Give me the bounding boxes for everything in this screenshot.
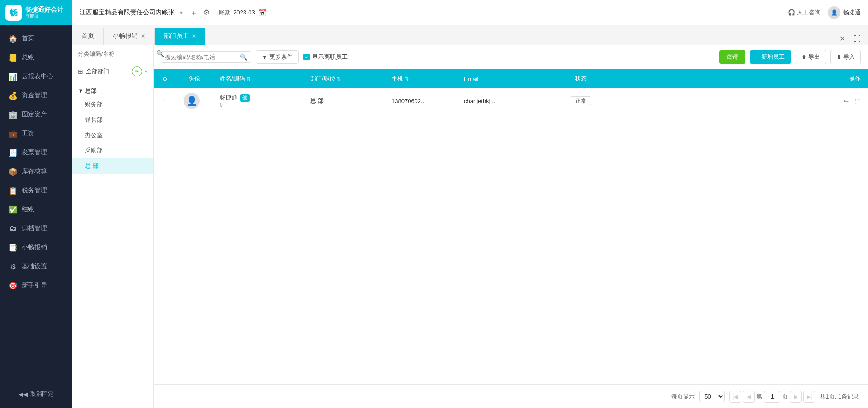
sidebar-item-guide-label: 新手引导 [22,281,47,289]
dept-collapse-icon[interactable]: « [145,68,148,75]
tab-expense[interactable]: 小畅报销 ✕ [104,28,155,45]
pagination-bar: 每页显示 50 10 20 100 |◀ ◀ 第 页 ▶ ▶| 共1页, 1条记… [154,384,868,408]
employee-search-icon[interactable]: 🔍 [240,53,247,61]
settings-icon: ⚙ [9,262,17,270]
invite-button[interactable]: 邀请 [719,50,745,64]
sidebar-item-assets[interactable]: 🏢 固定资产 [0,105,72,124]
dept-item-general[interactable]: 总 部 [72,158,153,174]
dept-search-input[interactable] [78,50,154,57]
dept-group-headquarter[interactable]: ▼ 总部 [72,85,153,97]
filter-icon: ▼ [262,54,268,61]
dept-badge: 部 [240,94,250,102]
close-accounts-icon: ✅ [9,205,17,213]
add-employee-button[interactable]: + 新增员工 [750,50,791,64]
guide-icon: 🎯 [9,281,17,289]
page-first-button[interactable]: |◀ [729,391,741,403]
dept-item-finance[interactable]: 财务部 [72,97,153,112]
sidebar-item-guide[interactable]: 🎯 新手引导 [0,276,72,295]
dept-item-office[interactable]: 办公室 [72,128,153,143]
sidebar-bottom: ◀◀ 取消固定 [0,380,72,408]
settings-button[interactable]: ⚙ [203,8,210,17]
col-dept[interactable]: 部门/职位 [303,69,384,88]
tabbar-actions: ✕ ⛶ [832,33,868,45]
edit-employee-button[interactable]: ✏ [844,97,850,105]
user-menu[interactable]: 👤 畅捷通 [828,6,861,19]
employee-search-box: 🔍 [161,51,251,63]
import-button[interactable]: ⬇ 导入 [830,50,861,64]
col-email: Email [457,69,547,88]
sidebar-item-ledger[interactable]: 📒 总账 [0,48,72,67]
employee-search-input[interactable] [165,54,237,61]
show-resigned-checkbox[interactable]: ✓ [303,54,310,60]
row-phone: 138070602... [384,88,457,114]
page-input[interactable] [764,391,780,403]
sidebar-item-invoice[interactable]: 🧾 发票管理 [0,143,72,162]
sidebar-item-settings[interactable]: ⚙ 基础设置 [0,257,72,276]
sidebar-item-reports[interactable]: 📊 云报表中心 [0,67,72,86]
sidebar-item-archive[interactable]: 🗂 归档管理 [0,219,72,238]
filter-label: 更多条件 [269,53,293,61]
sidebar-item-funds[interactable]: 💰 资金管理 [0,86,72,105]
sidebar-item-tax-label: 税务管理 [22,186,47,195]
sidebar-item-close[interactable]: ✅ 结账 [0,200,72,219]
sidebar-item-expense[interactable]: 📑 小畅报销 [0,238,72,257]
cancel-fixed-button[interactable]: ◀◀ 取消固定 [0,385,72,403]
tab-expense-label: 小畅报销 [113,32,138,40]
per-page-label: 每页显示 [671,393,695,401]
col-action: 操作 [615,69,868,88]
app-logo-text: 畅捷通好会计 旗舰版 [25,6,63,20]
maximize-tab-button[interactable]: ⛶ [852,33,863,45]
page-di-label: 第 [756,393,762,401]
tab-expense-close[interactable]: ✕ [141,33,145,39]
calendar-icon[interactable]: 📅 [258,8,267,17]
row-status: 正常 [547,88,615,114]
dept-item-sales[interactable]: 销售部 [72,112,153,128]
add-company-button[interactable]: ＋ [190,7,198,18]
col-gear[interactable]: ⚙ [154,69,176,88]
per-page-select[interactable]: 50 10 20 100 [699,391,725,402]
page-last-button[interactable]: ▶| [803,391,815,403]
reports-icon: 📊 [9,72,17,81]
tab-department-close[interactable]: ✕ [192,33,196,39]
sidebar-item-tax[interactable]: 📋 税务管理 [0,181,72,200]
export-icon: ⬆ [802,54,807,61]
payroll-icon: 💼 [9,129,17,138]
import-icon: ⬇ [836,54,841,61]
row-avatar: 👤 [176,88,212,114]
delete-employee-button[interactable]: ⬚ [854,97,861,105]
company-dropdown-icon[interactable]: ▾ [180,9,183,16]
sidebar-item-payroll-label: 工资 [22,129,34,138]
tab-department[interactable]: 部门员工 ✕ [155,28,205,45]
dept-edit-button[interactable]: ✏ [132,66,142,76]
sidebar-item-invoice-label: 发票管理 [22,148,47,157]
col-phone[interactable]: 手机 [384,69,457,88]
tabbar: 首页 小畅报销 ✕ 部门员工 ✕ ✕ ⛶ [72,25,868,45]
sidebar-nav: 🏠 首页 📒 总账 📊 云报表中心 💰 资金管理 🏢 固定资产 💼 工资 🧾 发… [0,25,72,380]
dept-item-purchase[interactable]: 采购部 [72,143,153,158]
archive-icon: 🗂 [9,224,17,232]
inventory-icon: 📦 [9,167,17,176]
dept-all-row[interactable]: ⊞ 全部部门 ✏ « [72,62,153,81]
filter-more-button[interactable]: ▼ 更多条件 [256,50,299,64]
main-area: 江西服宝精品有限责任公司内账张 ▾ ＋ ⚙ 账期 2023-03 📅 🎧 人工咨… [72,0,868,408]
sidebar-item-home[interactable]: 🏠 首页 [0,29,72,48]
col-name[interactable]: 姓名/编码 [212,69,303,88]
row-name: 畅捷通 部 0 [212,88,303,114]
close-tab-button[interactable]: ✕ [838,33,847,45]
page-next-button[interactable]: ▶ [790,391,802,403]
show-resigned-label: 显示离职员工 [312,53,348,61]
expense-icon: 📑 [9,243,17,251]
dept-search-row: 🔍 [72,45,153,62]
avatar: 👤 [828,6,840,19]
support-button[interactable]: 🎧 人工咨询 [788,9,821,17]
page-prev-button[interactable]: ◀ [743,391,755,403]
status-badge: 正常 [571,96,591,105]
sidebar-item-inventory[interactable]: 📦 库存核算 [0,162,72,181]
tab-home[interactable]: 首页 [72,28,104,45]
show-resigned-toggle: ✓ 显示离职员工 [303,53,348,61]
sidebar-item-archive-label: 归档管理 [22,224,47,232]
sidebar-item-payroll[interactable]: 💼 工资 [0,124,72,143]
export-button[interactable]: ⬆ 导出 [796,50,826,64]
employee-name: 畅捷通 [220,94,237,102]
username-label: 畅捷通 [843,9,861,17]
